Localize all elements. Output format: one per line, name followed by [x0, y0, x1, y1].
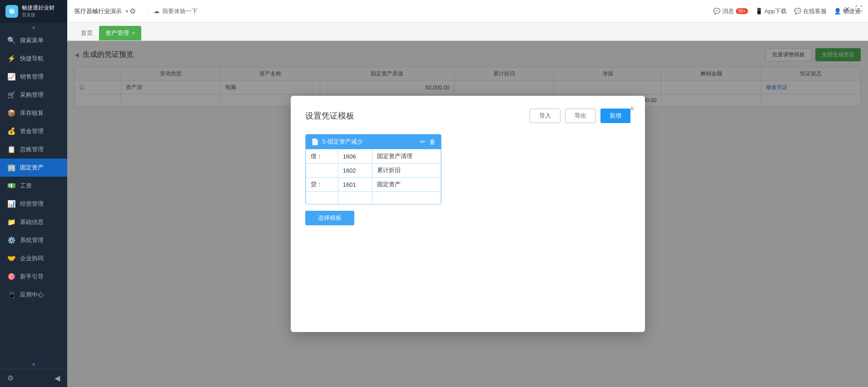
- modal-overlay: × 设置凭证模板 导入 导出 新增 📄: [67, 41, 868, 387]
- template-entries-table: 借： 1606 固定资产清理 1602 累计折旧: [306, 149, 441, 204]
- sidebar-item-fixed-assets[interactable]: 🏢 固定资产: [0, 159, 67, 177]
- sidebar-item-cooperation[interactable]: 🤝 企业协同: [0, 249, 67, 268]
- main-area: 医疗器械行业演示 ▼ ⚙ | ☁ 我要体验一下 💬 消息 99+ 📱 App下载…: [67, 0, 868, 387]
- operations-icon: 📊: [7, 200, 15, 208]
- dialog-title: 设置凭证模板: [305, 110, 354, 121]
- sidebar-item-label: 快捷导航: [20, 55, 44, 63]
- message-btn[interactable]: 💬 消息 99+: [713, 7, 748, 15]
- win-maximize-btn[interactable]: ⛶: [855, 5, 863, 13]
- guide-icon: 🎯: [7, 273, 15, 281]
- new-template-btn[interactable]: 新增: [600, 109, 630, 123]
- dialog-actions: 导入 导出 新增: [530, 109, 630, 123]
- entry-debit-credit: [306, 164, 338, 178]
- company-name: 医疗器械行业演示: [74, 7, 122, 15]
- sidebar-item-label: 工资: [20, 182, 32, 190]
- entry-empty1: [306, 192, 338, 204]
- template-card-header: 📄 5-固定资产减少 ✏ 🗑: [306, 134, 441, 149]
- app-download-btn[interactable]: 📱 App下载: [755, 7, 787, 15]
- sidebar-item-payroll[interactable]: 💵 工资: [0, 177, 67, 195]
- sidebar-item-label: 固定资产: [20, 164, 44, 172]
- ledger-icon: 📋: [7, 145, 15, 154]
- cooperation-icon: 🤝: [7, 254, 15, 263]
- template-icon: 📄: [311, 138, 319, 145]
- scroll-up-icon[interactable]: ▲: [31, 25, 36, 30]
- entry-debit-credit: 借：: [306, 149, 338, 164]
- cloud-icon: ☁: [154, 8, 159, 15]
- online-service-btn[interactable]: 💬 在线客服: [794, 7, 827, 15]
- app-name: 畅捷通好业财: [22, 5, 55, 12]
- entry-empty2: [338, 192, 372, 204]
- sidebar-item-basics[interactable]: 📁 基础信息: [0, 213, 67, 231]
- template-row-empty: [306, 192, 441, 204]
- sidebar-item-label: 采购管理: [20, 91, 44, 99]
- sidebar-item-label: 应用中心: [20, 291, 44, 299]
- app-version: 普及版: [22, 12, 55, 18]
- basics-icon: 📁: [7, 218, 15, 226]
- app-logo-icon: 畅: [5, 5, 18, 18]
- tab-close-icon[interactable]: ×: [132, 30, 135, 36]
- scroll-down-icon[interactable]: ▼: [31, 362, 36, 367]
- sidebar-item-app-center[interactable]: 📱 应用中心: [0, 286, 67, 304]
- sidebar-item-search[interactable]: 🔍 搜索菜单: [0, 31, 67, 50]
- sidebar-item-label: 搜索菜单: [20, 36, 44, 45]
- quick-nav-icon: ⚡: [7, 55, 15, 63]
- dialog-close-btn[interactable]: ×: [627, 103, 638, 114]
- sidebar-item-operations[interactable]: 📊 经营管理: [0, 195, 67, 213]
- export-btn[interactable]: 导出: [565, 109, 596, 123]
- sidebar-item-capital[interactable]: 💰 资金管理: [0, 122, 67, 140]
- sidebar-item-label: 新手引导: [20, 273, 44, 281]
- sidebar-item-inventory[interactable]: 📦 库存核算: [0, 104, 67, 122]
- sidebar-item-label: 库存核算: [20, 109, 44, 117]
- company-dropdown-icon: ▼: [124, 9, 129, 14]
- message-label: 消息: [722, 7, 734, 15]
- service-label: 在线客服: [803, 7, 827, 15]
- sidebar: 畅 畅捷通好业财 普及版 ▲ 🔍 搜索菜单 ⚡ 快捷导航 📈 销售管理 🛒 采购…: [0, 0, 67, 387]
- app-download-icon: 📱: [755, 8, 763, 15]
- tab-asset-mgmt[interactable]: 资产管理 ×: [99, 26, 141, 40]
- experience-btn[interactable]: ☁ 我要体验一下: [154, 7, 198, 15]
- entry-account: 固定资产清理: [372, 149, 441, 164]
- tab-home[interactable]: 首页: [74, 26, 99, 40]
- message-badge: 99+: [736, 8, 748, 14]
- topbar-settings-icon[interactable]: ⚙: [129, 7, 136, 15]
- sidebar-item-ledger[interactable]: 📋 总账管理: [0, 140, 67, 159]
- sidebar-item-guide[interactable]: 🎯 新手引导: [0, 268, 67, 286]
- sidebar-item-label: 系统管理: [20, 236, 44, 244]
- sidebar-item-purchase[interactable]: 🛒 采购管理: [0, 86, 67, 104]
- service-icon: 💬: [794, 8, 801, 15]
- sidebar-item-sales[interactable]: 📈 销售管理: [0, 68, 67, 86]
- sidebar-item-quick-nav[interactable]: ⚡ 快捷导航: [0, 50, 67, 68]
- inventory-icon: 📦: [7, 109, 15, 117]
- template-row: 贷： 1601 固定资产: [306, 178, 441, 192]
- tab-asset-mgmt-label: 资产管理: [105, 29, 129, 37]
- sidebar-nav: 🔍 搜索菜单 ⚡ 快捷导航 📈 销售管理 🛒 采购管理 📦 库存核算 💰 资金管…: [0, 31, 67, 360]
- topbar: 医疗器械行业演示 ▼ ⚙ | ☁ 我要体验一下 💬 消息 99+ 📱 App下载…: [67, 0, 868, 23]
- settings-bottom-icon[interactable]: ⚙: [7, 374, 14, 382]
- company-selector[interactable]: 医疗器械行业演示 ▼: [74, 7, 129, 15]
- collapse-sidebar-icon[interactable]: ◀: [55, 374, 60, 382]
- entry-code: 1602: [338, 164, 372, 178]
- entry-code: 1606: [338, 149, 372, 164]
- app-download-label: App下载: [764, 7, 787, 15]
- import-btn[interactable]: 导入: [530, 109, 560, 123]
- win-close-btn[interactable]: ✕: [844, 5, 850, 14]
- home-tab-label: 首页: [81, 29, 93, 37]
- template-row: 借： 1606 固定资产清理: [306, 149, 441, 164]
- select-template-btn[interactable]: 选择模板: [305, 211, 354, 225]
- sidebar-item-label: 基础信息: [20, 218, 44, 226]
- search-icon: 🔍: [7, 36, 15, 45]
- tabbar: 首页 资产管理 × ✕ ⛶: [67, 23, 868, 41]
- sidebar-item-label: 资金管理: [20, 127, 44, 135]
- capital-icon: 💰: [7, 127, 15, 135]
- template-delete-btn[interactable]: 🗑: [429, 138, 436, 145]
- entry-account: 固定资产: [372, 178, 441, 192]
- template-edit-btn[interactable]: ✏: [420, 138, 426, 145]
- template-card: 📄 5-固定资产减少 ✏ 🗑: [305, 134, 441, 204]
- template-card-actions: ✏ 🗑: [420, 138, 436, 145]
- sidebar-logo: 畅 畅捷通好业财 普及版: [0, 0, 67, 23]
- set-template-dialog: × 设置凭证模板 导入 导出 新增 📄: [291, 96, 645, 332]
- topbar-divider: |: [148, 8, 149, 15]
- template-list-area: 📄 5-固定资产减少 ✏ 🗑: [305, 134, 630, 319]
- sidebar-item-system[interactable]: ⚙️ 系统管理: [0, 231, 67, 249]
- entry-account: 累计折旧: [372, 164, 441, 178]
